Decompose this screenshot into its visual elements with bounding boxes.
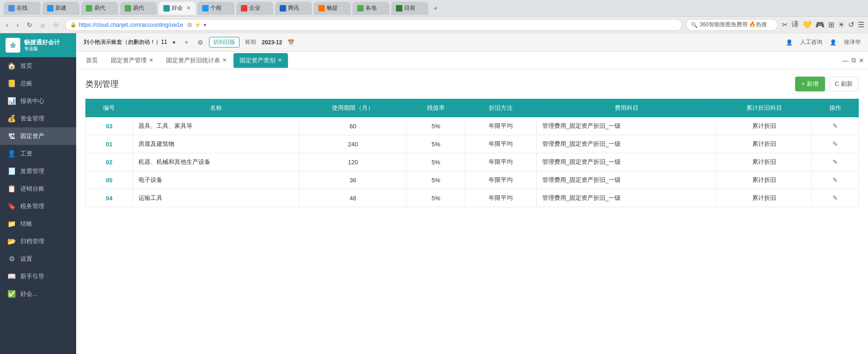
- browser-tab-yidai2[interactable]: 易代: [120, 2, 157, 15]
- brightness-icon[interactable]: ☀: [838, 20, 844, 29]
- col-rate: 残值率: [407, 99, 466, 117]
- history-icon[interactable]: ↺: [848, 20, 854, 29]
- bookmark-button[interactable]: ☆: [51, 20, 61, 30]
- browser-tab-tengxun[interactable]: 腾讯: [275, 2, 312, 15]
- refresh-button[interactable]: C 刷新: [829, 77, 859, 91]
- page-header: 类别管理 + 新增 C 刷新: [85, 77, 859, 91]
- col-action: 操作: [812, 99, 859, 117]
- browser-tab-gedi[interactable]: 各地: [353, 2, 389, 15]
- close-tab-icon[interactable]: ✕: [186, 5, 191, 11]
- home-button[interactable]: ⌂: [38, 20, 47, 30]
- edit-button[interactable]: ✎: [832, 122, 838, 130]
- close-tab-icon[interactable]: ✕: [278, 57, 282, 63]
- cell-name: 电子设备: [132, 171, 299, 189]
- tab-restore-controls: — ⧉ ✕: [842, 56, 864, 64]
- cell-accumulated: 累计折旧: [717, 135, 812, 153]
- browser-tab-geshui[interactable]: 个税: [198, 2, 234, 15]
- browser-tab-changte[interactable]: 畅提: [314, 2, 351, 15]
- settings-nav-icon: ⚙: [7, 255, 16, 263]
- edit-button[interactable]: ✎: [832, 140, 838, 148]
- funds-icon: 💰: [7, 114, 16, 123]
- gamepad-icon[interactable]: 🎮: [815, 20, 825, 29]
- tab-label: 固定资产类别: [239, 56, 275, 65]
- sidebar-item-label: 首页: [20, 62, 32, 70]
- cell-action: ✎: [812, 189, 859, 207]
- app-tab-depreciation-stats[interactable]: 固定资产折旧统计表 ✕: [160, 53, 233, 68]
- sidebar-item-payroll[interactable]: 👤 工资: [0, 145, 76, 162]
- switch-version-button[interactable]: 切到旧版: [209, 37, 239, 48]
- payroll-icon: 👤: [7, 150, 16, 158]
- topbar-settings-icon[interactable]: ⚙: [198, 39, 204, 46]
- menu-icon[interactable]: ☰: [858, 20, 864, 29]
- close-window-button[interactable]: ✕: [859, 56, 864, 64]
- grid-icon[interactable]: ⊞: [828, 20, 834, 29]
- browser-tab-bar: 在线 新建 易代 易代 好会 ✕ 个税 企业 腾讯 畅提 各地 目前 ＋: [0, 0, 868, 17]
- sidebar-item-haohui[interactable]: ✅ 好会...: [0, 285, 76, 303]
- sidebar-item-label: 税务管理: [20, 202, 44, 210]
- cell-period: 48: [299, 189, 407, 207]
- edit-button[interactable]: ✎: [832, 176, 838, 184]
- search-bar[interactable]: 🔍 360智能抠图免费用 🔥热搜: [686, 19, 778, 31]
- cell-rate: 5%: [407, 171, 466, 189]
- support-text[interactable]: 人工咨询: [800, 38, 822, 46]
- sidebar-item-settings[interactable]: ⚙ 设置: [0, 250, 76, 268]
- minimize-button[interactable]: —: [842, 56, 849, 64]
- cell-expense: 管理费用_固定资产折旧_一级: [536, 153, 716, 171]
- browser-tab-online[interactable]: 在线: [4, 2, 41, 15]
- forward-button[interactable]: ›: [14, 20, 21, 30]
- sidebar-item-guide[interactable]: 📖 新手引导: [0, 268, 76, 285]
- sidebar-item-fixed-assets[interactable]: 🏗 固定资产: [0, 127, 76, 145]
- sidebar-item-inventory[interactable]: 📋 进销台账: [0, 180, 76, 198]
- app-container: 会 畅捷通好会计 专业版 🏠 首页 📒 总账 📊 报表中心 💰 资金管理: [0, 33, 868, 354]
- cell-expense: 管理费用_固定资产折旧_一级: [536, 189, 716, 207]
- restore-button[interactable]: ⧉: [851, 56, 856, 64]
- edit-button[interactable]: ✎: [832, 194, 838, 202]
- sidebar-item-close-period[interactable]: 📁 结账: [0, 215, 76, 233]
- app-tab-home[interactable]: 首页: [80, 53, 104, 68]
- cell-name: 机器、机械和其他生产设备: [132, 153, 299, 171]
- url-bar[interactable]: 🔒 https://cloud.chanjet.com/accounting/u…: [65, 19, 682, 31]
- tax-icon: 🔖: [7, 202, 16, 210]
- back-button[interactable]: ‹: [4, 20, 11, 30]
- table-row: 03 器具、工具、家具等 60 5% 年限平均 管理费用_固定资产折旧_一级 累…: [86, 117, 859, 135]
- top-bar: 刘小艳演示账套（勿删勿动！）11 ▾ ＋ ⚙ 切到旧版 账期 2023-12 📅…: [76, 33, 868, 52]
- close-tab-icon[interactable]: ✕: [149, 57, 153, 63]
- account-name: 刘小艳演示账套（勿删勿动！）11: [84, 38, 167, 46]
- sidebar-item-reports[interactable]: 📊 报表中心: [0, 92, 76, 110]
- category-table: 编号 名称 使用期限（月） 残值率 折旧方法 费用科目 累计折旧科目 操作 03…: [85, 99, 859, 207]
- dropdown-arrow-icon[interactable]: ▾: [204, 22, 206, 28]
- sidebar-item-home[interactable]: 🏠 首页: [0, 57, 76, 75]
- cell-code: 05: [86, 171, 133, 189]
- calendar-icon[interactable]: 📅: [287, 39, 294, 46]
- logo-icon: 会: [6, 38, 20, 53]
- sidebar-item-tax[interactable]: 🔖 税务管理: [0, 198, 76, 215]
- sidebar-item-invoices[interactable]: 🧾 发票管理: [0, 162, 76, 180]
- cell-accumulated: 累计折旧: [717, 117, 812, 135]
- edit-button[interactable]: ✎: [832, 158, 838, 166]
- sidebar-item-archive[interactable]: 📂 归档管理: [0, 233, 76, 250]
- app-tab-asset-category[interactable]: 固定资产类别 ✕: [233, 53, 288, 68]
- add-account-button[interactable]: ＋: [181, 37, 192, 48]
- refresh-button[interactable]: ↻: [24, 20, 35, 30]
- app-tab-fixed-assets-mgmt[interactable]: 固定资产管理 ✕: [105, 53, 159, 68]
- browser-tab-new[interactable]: 新建: [42, 2, 79, 15]
- invoices-icon: 🧾: [7, 167, 16, 175]
- browser-tab-muqian[interactable]: 目前: [391, 2, 428, 15]
- wallet-icon[interactable]: 💛: [802, 20, 812, 29]
- browser-tab-yidai1[interactable]: 易代: [81, 2, 118, 15]
- cell-rate: 5%: [407, 117, 466, 135]
- scissors-icon[interactable]: ✂: [782, 20, 788, 29]
- translate-icon[interactable]: 译: [791, 20, 799, 30]
- browser-tab-haohui[interactable]: 好会 ✕: [159, 2, 196, 15]
- sidebar-item-label: 报表中心: [20, 97, 44, 105]
- account-dropdown[interactable]: ▾: [173, 39, 175, 46]
- close-tab-icon[interactable]: ✕: [222, 57, 227, 63]
- inventory-icon: 📋: [7, 185, 16, 193]
- sidebar-nav: 🏠 首页 📒 总账 📊 报表中心 💰 资金管理 🏗 固定资产 👤 工资: [0, 57, 76, 354]
- sidebar-item-funds[interactable]: 💰 资金管理: [0, 110, 76, 127]
- browser-tab-qiye[interactable]: 企业: [236, 2, 273, 15]
- sidebar-item-ledger[interactable]: 📒 总账: [0, 75, 76, 92]
- app-tabs-bar: 首页 固定资产管理 ✕ 固定资产折旧统计表 ✕ 固定资产类别 ✕ — ⧉ ✕: [76, 52, 868, 69]
- add-button[interactable]: + 新增: [795, 77, 825, 91]
- new-tab-button[interactable]: ＋: [430, 3, 441, 13]
